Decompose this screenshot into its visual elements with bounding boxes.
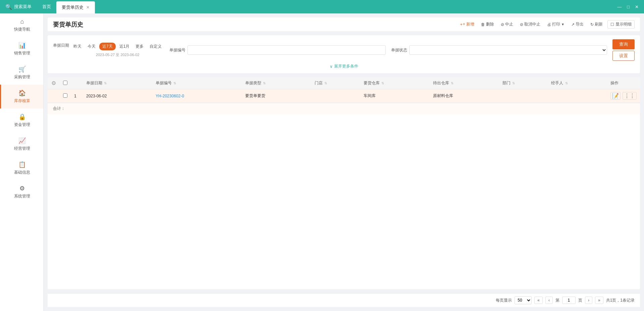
row-date-cell: 2023-06-02 (83, 89, 152, 103)
order-no-filter: 单据编号 (169, 45, 385, 55)
search-icon: 🔍 (5, 4, 12, 10)
row-handler-cell (548, 89, 607, 103)
col-order-no[interactable]: 单据编号 ⇅ (152, 77, 242, 89)
page-size-select[interactable]: 50 10 20 100 (515, 296, 532, 304)
checkbox-icon: ☐ (610, 22, 614, 27)
col-department-label: 部门 (502, 81, 511, 85)
page-number-input[interactable] (562, 297, 576, 304)
action-buttons: 查询 设置 (612, 39, 635, 61)
export-button[interactable]: ↗ 导出 (569, 20, 586, 29)
row-order-no-cell: YH-20230602-0 (152, 89, 242, 103)
sidebar-item-system[interactable]: ⚙ 系统管理 (0, 180, 43, 204)
prev-page-button[interactable]: ‹ (545, 297, 553, 304)
col-store-label: 门店 (315, 81, 323, 85)
sort-pending-warehouse-icon: ⇅ (451, 81, 453, 85)
search-menu[interactable]: 🔍 搜索菜单 (0, 4, 37, 10)
page-label: 第 (555, 298, 559, 303)
refresh-button[interactable]: ↻ 刷新 (588, 20, 605, 29)
expand-more-button[interactable]: ∨ 展开更多条件 (53, 63, 635, 69)
order-no-input[interactable] (187, 45, 385, 55)
row-department-cell (499, 89, 548, 103)
sort-handler-icon: ⇅ (565, 81, 568, 85)
column-settings-icon[interactable]: ⚙ (51, 80, 56, 86)
col-department[interactable]: 部门 ⇅ (499, 77, 548, 89)
status-filter: 单据状态 (391, 45, 607, 55)
table-header-row: ⚙ 单据日期 ⇅ 单据编号 ⇅ (48, 77, 640, 89)
sort-department-icon: ⇅ (512, 81, 515, 85)
date-btn-custom[interactable]: 自定义 (147, 43, 164, 50)
col-req-warehouse[interactable]: 要货仓库 ⇅ (360, 77, 430, 89)
cancel-stop-button[interactable]: ⊘ 取消中止 (518, 20, 542, 29)
filter-row: 单据日期 昨天 今天 近7天 近1月 更多 自定义 2023-05-27 至 2… (53, 39, 635, 61)
sort-order-no-icon: ⇅ (173, 81, 176, 85)
new-button[interactable]: + + 新增 (458, 20, 476, 29)
row-pending-warehouse-cell: 原材料仓库 (430, 89, 499, 103)
sidebar-item-sales[interactable]: 📊 销售管理 (0, 37, 43, 61)
window-minimize-btn[interactable]: — (617, 4, 622, 9)
date-btn-7days[interactable]: 近7天 (99, 43, 116, 50)
stop-button[interactable]: ⊘ 中止 (499, 20, 515, 29)
table-footer: 合计： (48, 103, 640, 114)
sales-icon: 📊 (18, 42, 26, 49)
row-store-cell (311, 89, 360, 103)
total-info: 共1页，1条记录 (606, 298, 635, 303)
delete-button[interactable]: 🗑 删除 (479, 20, 496, 29)
date-btn-yesterday[interactable]: 昨天 (71, 43, 84, 50)
pagination: 每页显示 50 10 20 100 « ‹ 第 页 › » 共1页，1条记录 (48, 293, 640, 307)
table-area: ⚙ 单据日期 ⇅ 单据编号 ⇅ (48, 77, 640, 289)
top-bar: 🔍 搜索菜单 首页 要货单历史 ✕ — □ ✕ (0, 0, 644, 13)
row-req-warehouse-cell: 车间库 (360, 89, 430, 103)
operations-icon: 📈 (18, 137, 26, 144)
next-page-button[interactable]: › (585, 297, 592, 304)
row-checkbox[interactable] (63, 93, 67, 98)
content-area: 要货单历史 + + 新增 🗑 删除 ⊘ 中止 ⊘ 取消中止 (44, 13, 644, 311)
sidebar-item-base-info[interactable]: 📋 基础信息 (0, 156, 43, 180)
settings-button[interactable]: 设置 (612, 51, 635, 61)
top-bar-right: — □ ✕ (617, 4, 644, 9)
sidebar-item-purchase[interactable]: 🛒 采购管理 (0, 61, 43, 85)
inventory-icon: 🏠 (18, 89, 26, 97)
select-all-checkbox[interactable] (63, 81, 67, 85)
first-page-button[interactable]: « (534, 297, 543, 304)
status-select[interactable] (409, 45, 607, 55)
col-handler[interactable]: 经手人 ⇅ (548, 77, 607, 89)
display-detail-button[interactable]: ☐ 显示明细 (607, 20, 635, 29)
purchase-icon: 🛒 (18, 65, 26, 73)
col-date-label: 单据日期 (86, 81, 102, 85)
tab-home[interactable]: 首页 (37, 0, 56, 13)
main-layout: ⌂ 快捷导航 📊 销售管理 🛒 采购管理 🏠 库存核算 🔒 资金管理 📈 经营管… (0, 13, 644, 311)
footer-total-label: 合计： (53, 106, 65, 112)
col-pending-warehouse[interactable]: 待出仓库 ⇅ (430, 77, 499, 89)
col-date[interactable]: 单据日期 ⇅ (83, 77, 152, 89)
date-btn-1month[interactable]: 近1月 (117, 43, 132, 50)
col-order-no-label: 单据编号 (156, 81, 172, 85)
tab-requisition-history[interactable]: 要货单历史 ✕ (56, 1, 95, 13)
print-button[interactable]: 🖨 打印 ▼ (545, 20, 567, 29)
sort-store-icon: ⇅ (324, 81, 327, 85)
cancel-stop-icon: ⊘ (520, 22, 523, 27)
sidebar-item-quick-nav[interactable]: ⌂ 快捷导航 (0, 13, 43, 37)
window-maximize-btn[interactable]: □ (627, 4, 630, 9)
row-checkbox-cell (60, 89, 71, 103)
date-range-display: 2023-05-27 至 2023-06-02 (96, 52, 140, 57)
new-icon: + (460, 22, 463, 27)
page-header: 要货单历史 + + 新增 🗑 删除 ⊘ 中止 ⊘ 取消中止 (48, 17, 640, 31)
row-more-button[interactable]: ⋮⋮ (623, 92, 637, 100)
date-btn-today[interactable]: 今天 (85, 43, 98, 50)
window-close-btn[interactable]: ✕ (635, 4, 639, 9)
col-store[interactable]: 门店 ⇅ (311, 77, 360, 89)
table-row: 1 2023-06-02 YH-20230602-0 要货单要货 (48, 89, 640, 103)
col-checkbox (60, 77, 71, 89)
query-button[interactable]: 查询 (612, 39, 635, 49)
refresh-icon: ↻ (590, 22, 594, 27)
sidebar-item-finance[interactable]: 🔒 资金管理 (0, 108, 43, 132)
col-order-type[interactable]: 单据类型 ⇅ (242, 77, 311, 89)
sidebar-item-operations[interactable]: 📈 经营管理 (0, 132, 43, 156)
date-btn-more[interactable]: 更多 (133, 43, 146, 50)
row-edit-button[interactable]: 📝 (610, 92, 621, 100)
tab-close-icon[interactable]: ✕ (86, 5, 90, 10)
last-page-button[interactable]: » (595, 297, 603, 304)
sort-order-type-icon: ⇅ (263, 81, 266, 85)
row-order-no-link[interactable]: YH-20230602-0 (156, 94, 184, 98)
sidebar-item-inventory[interactable]: 🏠 库存核算 (0, 85, 43, 108)
